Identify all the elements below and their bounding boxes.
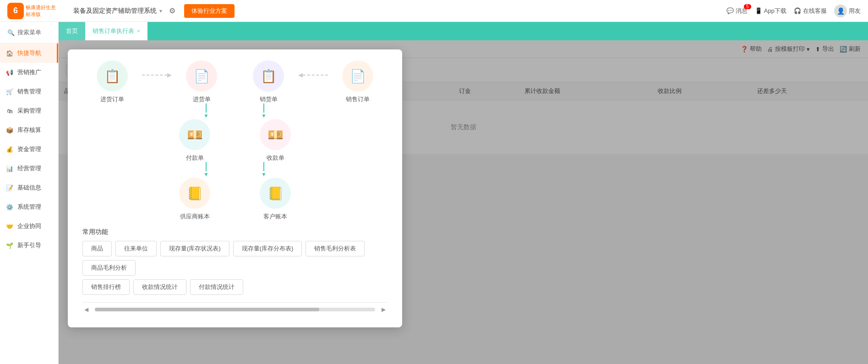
sidebar-item-quick-nav[interactable]: 🏠 快捷导航 xyxy=(0,43,58,63)
common-functions-title: 常用功能 xyxy=(82,228,388,236)
basic-info-icon: 📝 xyxy=(5,184,14,192)
purchase-icon: 🛍 xyxy=(5,107,14,115)
flow-sales-bill[interactable]: 📋 销货单 xyxy=(239,60,298,103)
enterprise-icon: 🤝 xyxy=(5,222,14,230)
headset-icon: 🎧 xyxy=(794,7,801,14)
system-name: 装备及固定资产辅助管理系统 xyxy=(73,7,157,15)
arrow-down-4: ▼ xyxy=(261,162,267,178)
func-btn-stock-dist[interactable]: 现存量(库存分布表) xyxy=(233,241,302,256)
sidebar-item-beginner[interactable]: 🌱 新手引导 xyxy=(0,236,58,255)
app-download-button[interactable]: 📱 App下载 xyxy=(755,7,786,15)
scroll-track[interactable] xyxy=(95,308,375,311)
message-icon: 💬 xyxy=(726,7,734,14)
sidebar-search-area: 🔍 搜索菜单 xyxy=(0,22,58,43)
sidebar-item-enterprise[interactable]: 🤝 企业协同 xyxy=(0,217,58,236)
online-service-button[interactable]: 🎧 在线客服 xyxy=(794,7,827,15)
finance-icon: 💰 xyxy=(5,145,14,153)
common-functions-section: 常用功能 商品 往来单位 现存量(库存状况表) 现存量(库存分布表) 销售毛利分… xyxy=(82,228,388,295)
func-btn-sales-profit[interactable]: 销售毛利分析表 xyxy=(306,241,365,256)
sidebar-item-inventory[interactable]: 📦 库存核算 xyxy=(0,120,58,140)
top-bar-right: 💬 消息 5 📱 App下载 🎧 在线客服 👤 用友 xyxy=(726,5,861,17)
func-buttons-row2: 销售排行榜 收款情况统计 付款情况统计 xyxy=(82,279,388,295)
logo-area: 6 畅康通好生意 标准版 xyxy=(7,3,66,19)
beginner-icon: 🌱 xyxy=(5,241,14,250)
arrow-h-1: ▶ xyxy=(142,71,172,78)
home-icon: 🏠 xyxy=(5,49,14,57)
modal-body: 📋 进货订单 ▶ xyxy=(68,49,402,327)
receipt-circle: 💴 xyxy=(260,119,291,150)
tab-close-icon[interactable]: × xyxy=(137,28,140,34)
sidebar-item-finance[interactable]: 💰 资金管理 xyxy=(0,140,58,159)
tab-home[interactable]: 首页 xyxy=(59,22,85,40)
flow-customer-account[interactable]: 📒 客户账本 xyxy=(246,178,305,221)
sales-order-circle: 📄 xyxy=(342,60,373,92)
modal-overlay[interactable]: 📋 进货订单 ▶ xyxy=(59,40,868,364)
sales-icon: 🛒 xyxy=(5,87,14,96)
flow-supplier-account[interactable]: 📒 供应商账本 xyxy=(165,178,224,221)
flow-purchase-order[interactable]: 📋 进货订单 xyxy=(82,60,142,103)
arrow-h-2: ◀ xyxy=(298,71,328,78)
sidebar-menu: 🏠 快捷导航 📢 营销推广 🛒 销售管理 🛍 采购管理 📦 库存核 xyxy=(0,43,58,364)
quick-nav-modal: 📋 进货订单 ▶ xyxy=(68,49,402,327)
sidebar-item-marketing[interactable]: 📢 营销推广 xyxy=(0,63,58,82)
supplier-account-label: 供应商账本 xyxy=(180,212,210,221)
arrow-down-2: ▼ xyxy=(261,103,267,119)
flow-receipt[interactable]: 💴 收款单 xyxy=(246,119,305,162)
sidebar-item-purchase[interactable]: 🛍 采购管理 xyxy=(0,101,58,120)
customer-account-circle: 📒 xyxy=(260,178,291,209)
system-name-area: 装备及固定资产辅助管理系统 ▾ ⚙ 体验行业方案 xyxy=(73,4,235,18)
operations-icon: 📊 xyxy=(5,164,14,173)
modal-scrollbar: ◀ ▶ xyxy=(82,302,388,316)
func-btn-sales-ranking[interactable]: 销售排行榜 xyxy=(82,279,130,295)
search-menu-button[interactable]: 🔍 搜索菜单 xyxy=(4,27,55,38)
avatar: 👤 xyxy=(834,5,847,17)
func-btn-product-profit[interactable]: 商品毛利分析 xyxy=(82,260,136,276)
page-content: ❓ 帮助 🖨 按模板打印 ▾ ⬆ 导出 🔄 刷新 xyxy=(59,40,868,364)
sidebar-item-operations[interactable]: 📊 经营管理 xyxy=(0,159,58,178)
func-btn-product[interactable]: 商品 xyxy=(82,241,112,256)
scroll-thumb xyxy=(95,308,319,311)
message-badge: 5 xyxy=(744,4,751,9)
func-btn-partner[interactable]: 往来单位 xyxy=(115,241,157,256)
sidebar-item-sales[interactable]: 🛒 销售管理 xyxy=(0,82,58,101)
logo-icon: 6 xyxy=(7,3,24,19)
func-btn-stock-status[interactable]: 现存量(库存状况表) xyxy=(160,241,229,256)
purchase-bill-circle: 📄 xyxy=(186,60,217,92)
inventory-icon: 📦 xyxy=(5,126,14,134)
receipt-label: 收款单 xyxy=(267,154,284,162)
arrow-down-3: ▼ xyxy=(203,162,209,178)
sales-bill-circle: 📋 xyxy=(253,60,284,92)
func-btn-payment-stats[interactable]: 付款情况统计 xyxy=(190,279,243,295)
system-dropdown-icon[interactable]: ▾ xyxy=(159,8,162,14)
content-area: 首页 销售订单执行表 × ❓ 帮助 🖨 按模板打印 xyxy=(59,22,868,364)
logo-text: 畅康通好生意 标准版 xyxy=(26,4,56,17)
scroll-right-arrow[interactable]: ▶ xyxy=(380,305,388,314)
search-icon: 🔍 xyxy=(7,29,15,36)
marketing-icon: 📢 xyxy=(5,68,14,76)
func-buttons-row1: 商品 往来单位 现存量(库存状况表) 现存量(库存分布表) 销售毛利分析表 商品… xyxy=(82,241,388,276)
payment-label: 付款单 xyxy=(186,154,204,162)
user-menu[interactable]: 👤 用友 xyxy=(834,5,861,17)
sidebar: 🔍 搜索菜单 🏠 快捷导航 📢 营销推广 🛒 销售管理 🛍 xyxy=(0,22,59,364)
tab-sales-order[interactable]: 销售订单执行表 × xyxy=(85,22,147,40)
flow-purchase-bill[interactable]: 📄 进货单 xyxy=(172,60,231,103)
purchase-order-circle: 📋 xyxy=(97,60,128,92)
download-icon: 📱 xyxy=(755,7,762,14)
system-icon: ⚙️ xyxy=(5,203,14,211)
payment-circle: 💴 xyxy=(179,119,210,150)
scroll-left-arrow[interactable]: ◀ xyxy=(82,305,90,314)
sales-bill-label: 销货单 xyxy=(260,95,278,103)
top-bar: 6 畅康通好生意 标准版 装备及固定资产辅助管理系统 ▾ ⚙ 体验行业方案 💬 … xyxy=(0,0,868,22)
func-btn-receipt-stats[interactable]: 收款情况统计 xyxy=(133,279,186,295)
sidebar-item-basic-info[interactable]: 📝 基础信息 xyxy=(0,178,58,197)
purchase-bill-label: 进货单 xyxy=(193,95,211,103)
settings-button[interactable]: ⚙ xyxy=(166,5,179,17)
trial-button[interactable]: 体验行业方案 xyxy=(184,4,235,18)
sidebar-item-system[interactable]: ⚙️ 系统管理 xyxy=(0,197,58,217)
arrow-down-1: ▼ xyxy=(203,103,209,119)
main-area: 🔍 搜索菜单 🏠 快捷导航 📢 营销推广 🛒 销售管理 🛍 xyxy=(0,22,868,364)
flow-sales-order[interactable]: 📄 销售订单 xyxy=(328,60,388,103)
message-button[interactable]: 💬 消息 5 xyxy=(726,7,748,15)
supplier-account-circle: 📒 xyxy=(179,178,210,209)
flow-payment[interactable]: 💴 付款单 xyxy=(165,119,224,162)
